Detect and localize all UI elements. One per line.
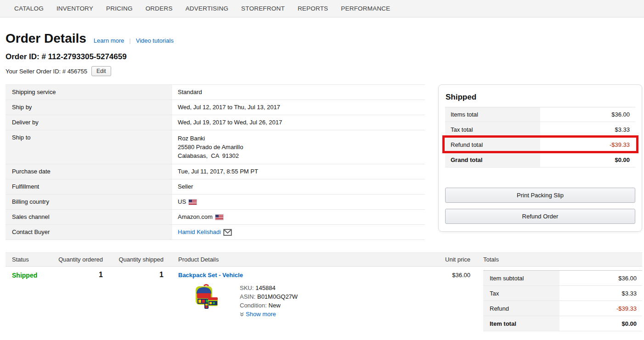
- condition-value: New: [269, 302, 281, 309]
- header-product-details: Product Details: [170, 256, 428, 263]
- row-label: Deliver by: [6, 115, 172, 130]
- video-tutorials-link[interactable]: Video tutorials: [136, 37, 174, 44]
- row-label: Purchase date: [6, 164, 172, 179]
- row-label: Ship to: [6, 130, 172, 164]
- info-row-sales-channel: Sales channel Amazon.com: [6, 210, 425, 225]
- row-value: Wed, Jul 19, 2017 to Wed, Jul 26, 2017: [172, 115, 425, 130]
- summary-row-items-total: Items total $36.00: [445, 107, 635, 122]
- product-show-more-line: Show more: [240, 310, 298, 319]
- title-links: Learn more|Video tutorials: [94, 37, 174, 44]
- totals-value-refund: -$39.33: [559, 301, 642, 316]
- summary-label: Grand total: [445, 152, 540, 167]
- asin-value: B01M0GQ27W: [257, 293, 298, 300]
- header-totals: Totals: [483, 256, 642, 263]
- double-chevron-down-icon: [240, 312, 244, 317]
- summary-table: Items total $36.00 Tax total $3.33 Refun…: [445, 107, 635, 167]
- item-totals: Item subtotal $36.00 Tax $3.33 Refund -$…: [483, 267, 642, 331]
- summary-label: Tax total: [445, 122, 540, 137]
- summary-row-refund-total: Refund total -$39.33: [445, 137, 635, 152]
- order-items-section: Status Quantity ordered Quantity shipped…: [6, 252, 642, 331]
- row-label: Fulfillment: [6, 179, 172, 194]
- totals-row-tax: Tax $3.33: [483, 286, 642, 301]
- sku-label: SKU:: [240, 284, 254, 291]
- items-table-header: Status Quantity ordered Quantity shipped…: [6, 252, 642, 267]
- panel-spacer: [445, 167, 635, 188]
- row-label: Shipping service: [6, 85, 172, 100]
- totals-value: $3.33: [559, 286, 642, 301]
- totals-row-item-subtotal: Item subtotal $36.00: [483, 271, 642, 286]
- header-quantity-shipped: Quantity shipped: [109, 256, 170, 263]
- order-item-row: Shipped 1 1 Backpack Set - Vehicle: [6, 267, 642, 331]
- summary-label: Refund total: [445, 137, 540, 152]
- refund-order-button[interactable]: Refund Order: [445, 209, 635, 224]
- info-row-billing-country: Billing country US: [6, 195, 425, 210]
- print-packing-slip-button[interactable]: Print Packing Slip: [445, 188, 635, 203]
- totals-value: $36.00: [559, 271, 642, 285]
- totals-row-item-total: Item total $0.00: [483, 316, 642, 331]
- row-value: Wed, Jul 12, 2017 to Thu, Jul 13, 2017: [172, 100, 425, 115]
- order-content-row: Shipping service Standard Ship by Wed, J…: [6, 84, 642, 240]
- header-unit-price: Unit price: [428, 256, 483, 263]
- row-value: Hamid Kelishadi: [172, 225, 425, 240]
- billing-country-value: US: [178, 198, 186, 206]
- product-condition-line: Condition:New: [240, 301, 298, 310]
- sku-value: 145884: [255, 284, 275, 291]
- shipment-summary-panel: Shipped Items total $36.00 Tax total $3.…: [438, 84, 642, 232]
- learn-more-link[interactable]: Learn more: [94, 37, 124, 44]
- show-more-link[interactable]: Show more: [240, 310, 276, 318]
- edit-button[interactable]: Edit: [91, 66, 111, 76]
- item-unit-price: $36.00: [428, 267, 483, 279]
- totals-label: Item total: [483, 316, 559, 331]
- row-value: Amazon.com: [172, 210, 425, 224]
- order-id-heading: Order ID: # 112-2793305-5274659: [6, 52, 642, 61]
- envelope-icon: [223, 229, 232, 236]
- us-flag-icon: [189, 200, 197, 205]
- nav-item-advertising[interactable]: ADVERTISING: [186, 5, 228, 12]
- title-row: Order Details Learn more|Video tutorials: [6, 31, 642, 46]
- summary-row-grand-total: Grand total $0.00: [445, 152, 635, 167]
- totals-label: Tax: [483, 286, 559, 301]
- show-more-label: Show more: [246, 310, 276, 318]
- product-asin-line: ASIN:B01M0GQ27W: [240, 292, 298, 301]
- summary-value-refund: -$39.33: [540, 137, 635, 152]
- product-title-link[interactable]: Backpack Set - Vehicle: [178, 272, 243, 279]
- nav-item-pricing[interactable]: PRICING: [106, 5, 133, 12]
- nav-item-inventory[interactable]: INVENTORY: [56, 5, 93, 12]
- row-label: Billing country: [6, 195, 172, 209]
- row-value: Standard: [172, 85, 425, 100]
- row-label: Sales channel: [6, 210, 172, 224]
- info-row-contact-buyer: Contact Buyer Hamid Kelishadi: [6, 225, 425, 240]
- link-separator: |: [129, 37, 130, 44]
- product-sku-line: SKU:145884: [240, 284, 298, 292]
- nav-item-reports[interactable]: REPORTS: [298, 5, 328, 12]
- row-label: Contact Buyer: [6, 225, 172, 240]
- info-row-ship-to: Ship to Roz Banki 25580 Prado de Amarill…: [6, 130, 425, 164]
- info-row-purchase-date: Purchase date Tue, Jul 11, 2017, 8:55 PM…: [6, 164, 425, 179]
- nav-item-catalog[interactable]: CATALOG: [14, 5, 44, 12]
- totals-row-refund: Refund -$39.33: [483, 301, 642, 316]
- totals-value: $0.00: [559, 316, 642, 331]
- item-quantity-ordered: 1: [57, 267, 109, 279]
- ship-to-address: Roz Banki 25580 Prado de Amarillo Calaba…: [178, 134, 243, 160]
- summary-label: Items total: [445, 107, 540, 122]
- summary-row-tax-total: Tax total $3.33: [445, 122, 635, 137]
- row-value: Roz Banki 25580 Prado de Amarillo Calaba…: [172, 130, 425, 164]
- summary-value: $3.33: [540, 122, 635, 137]
- row-value: Tue, Jul 11, 2017, 8:55 PM PT: [172, 164, 425, 179]
- product-image: [194, 284, 218, 309]
- info-row-ship-by: Ship by Wed, Jul 12, 2017 to Thu, Jul 13…: [6, 100, 425, 115]
- product-body: SKU:145884 ASIN:B01M0GQ27W Condition:New: [178, 284, 428, 319]
- summary-value: $0.00: [540, 152, 635, 167]
- contact-buyer-link[interactable]: Hamid Kelishadi: [178, 229, 221, 236]
- totals-label: Refund: [483, 301, 559, 316]
- main-content: Order Details Learn more|Video tutorials…: [0, 31, 644, 331]
- row-value: US: [172, 195, 425, 209]
- condition-label: Condition:: [240, 302, 267, 309]
- totals-label: Item subtotal: [483, 271, 559, 285]
- info-row-shipping-service: Shipping service Standard: [6, 85, 425, 100]
- nav-item-storefront[interactable]: STOREFRONT: [241, 5, 285, 12]
- us-flag-icon: [215, 215, 223, 220]
- nav-item-performance[interactable]: PERFORMANCE: [341, 5, 390, 12]
- nav-item-orders[interactable]: ORDERS: [146, 5, 173, 12]
- seller-order-id-label: Your Seller Order ID: # 456755: [6, 68, 87, 75]
